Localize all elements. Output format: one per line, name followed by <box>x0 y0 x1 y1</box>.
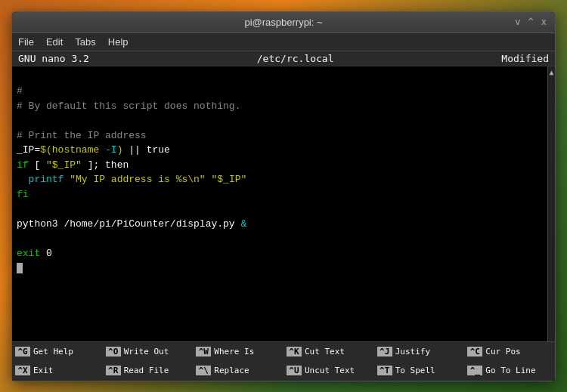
key-to-spell: ^T <box>377 366 392 375</box>
window-title: pi@raspberrypi: ~ <box>244 17 322 28</box>
menu-help[interactable]: Help <box>108 36 129 48</box>
key-get-help: ^G <box>15 347 30 357</box>
footer-item-cur-pos[interactable]: ^C Cur Pos <box>464 342 555 362</box>
maximize-button[interactable]: ^ <box>526 17 536 27</box>
label-go-to-line: Go To Line <box>485 366 535 375</box>
menu-tabs[interactable]: Tabs <box>75 36 95 48</box>
label-where-is: Where Is <box>214 347 254 357</box>
key-write-out: ^O <box>106 347 121 357</box>
footer-item-get-help[interactable]: ^G Get Help <box>12 342 103 362</box>
scrollbar[interactable]: ▲ <box>547 66 555 341</box>
key-replace: ^\ <box>196 366 211 375</box>
menu-bar: File Edit Tabs Help <box>12 33 555 51</box>
scroll-up[interactable]: ▲ <box>549 68 553 76</box>
nano-footer: ^G Get Help ^O Write Out ^W Where Is ^K … <box>12 341 555 381</box>
footer-item-uncut-text[interactable]: ^U Uncut Text <box>284 361 374 381</box>
footer-item-cut-text[interactable]: ^K Cut Text <box>284 342 374 362</box>
key-uncut-text: ^U <box>287 366 302 375</box>
nano-version: GNU nano 3.2 <box>18 53 89 64</box>
key-justify: ^J <box>377 347 392 357</box>
label-replace: Replace <box>214 366 249 375</box>
menu-file[interactable]: File <box>18 36 34 48</box>
footer-item-to-spell[interactable]: ^T To Spell <box>374 361 465 381</box>
nano-header: GNU nano 3.2 /etc/rc.local Modified <box>12 51 555 66</box>
key-read-file: ^R <box>106 366 121 375</box>
key-cur-pos: ^C <box>467 347 482 357</box>
title-bar: pi@raspberrypi: ~ v ^ x <box>12 12 555 33</box>
label-uncut-text: Uncut Text <box>305 366 355 375</box>
editor-area[interactable]: # # By default this script does nothing.… <box>12 66 555 341</box>
label-cur-pos: Cur Pos <box>485 347 520 357</box>
key-go-to-line: ^_ <box>467 366 482 375</box>
terminal-window: pi@raspberrypi: ~ v ^ x File Edit Tabs H… <box>11 11 556 381</box>
window-controls: v ^ x <box>513 17 549 27</box>
nano-filename: /etc/rc.local <box>257 53 334 64</box>
key-where-is: ^W <box>196 347 211 357</box>
footer-item-replace[interactable]: ^\ Replace <box>193 361 284 381</box>
nano-modified: Modified <box>501 53 549 64</box>
footer-item-go-to-line[interactable]: ^_ Go To Line <box>464 361 555 381</box>
footer-item-where-is[interactable]: ^W Where Is <box>193 342 284 362</box>
key-exit: ^X <box>15 366 30 375</box>
footer-item-write-out[interactable]: ^O Write Out <box>103 342 194 362</box>
label-justify: Justify <box>395 347 430 357</box>
label-to-spell: To Spell <box>395 366 435 375</box>
key-cut-text: ^K <box>287 347 302 357</box>
label-cut-text: Cut Text <box>305 347 345 357</box>
footer-item-read-file[interactable]: ^R Read File <box>103 361 194 381</box>
minimize-button[interactable]: v <box>513 17 522 27</box>
footer-item-justify[interactable]: ^J Justify <box>374 342 465 362</box>
label-write-out: Write Out <box>124 347 169 357</box>
close-button[interactable]: x <box>539 17 549 27</box>
footer-item-exit[interactable]: ^X Exit <box>12 361 103 381</box>
editor-content[interactable]: # # By default this script does nothing.… <box>12 66 547 341</box>
menu-edit[interactable]: Edit <box>46 36 63 48</box>
label-get-help: Get Help <box>33 347 73 357</box>
label-exit: Exit <box>33 366 54 375</box>
label-read-file: Read File <box>124 366 169 375</box>
